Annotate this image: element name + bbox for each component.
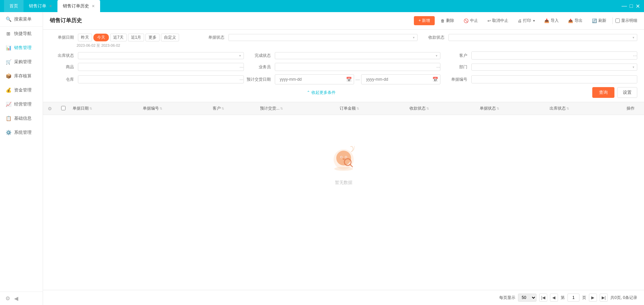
page-last-btn[interactable]: ▶| (600, 294, 608, 302)
date-btn-more[interactable]: 更多 (145, 34, 160, 41)
col-payment-status[interactable]: 收款状态 ⇅ (407, 102, 477, 115)
col-order-status[interactable]: 单据状态 ⇅ (477, 102, 547, 115)
date-btn-yesterday[interactable]: 昨天 (78, 34, 92, 41)
customer-input[interactable] (472, 52, 632, 59)
col-settings[interactable]: ⚙ (43, 102, 56, 115)
top-bar: 首页 销售订单 ✕ 销售订单历史 ✕ — □ ✕ (0, 0, 644, 12)
new-button[interactable]: + 新增 (414, 16, 435, 25)
tab-home[interactable]: 首页 (4, 0, 24, 12)
close-btn[interactable]: ✕ (636, 3, 640, 9)
sidebar-item-inventory[interactable]: 📦 库存核算 (0, 69, 43, 83)
order-status-label: 单据状态 (200, 35, 227, 40)
page-number-input[interactable] (567, 294, 579, 302)
calendar-start-icon[interactable]: 📅 (346, 77, 352, 82)
page-total: 共0页, 0条记录 (610, 295, 637, 301)
svg-point-6 (345, 157, 346, 158)
refresh-button[interactable]: 🔄 刷新 (589, 16, 610, 25)
col-amount[interactable]: 订单金额 ⇅ (337, 102, 407, 115)
refresh-icon: 🔄 (592, 18, 597, 23)
col-stock-out[interactable]: 出库状态 ⇅ (547, 102, 617, 115)
page-size-select[interactable]: 50 10 20 100 (518, 294, 536, 302)
sidebar-search-label: 搜索菜单 (14, 16, 32, 22)
delete-button[interactable]: 🗑 删除 (437, 16, 458, 25)
print-button[interactable]: 🖨 打印 (514, 16, 538, 25)
minimize-btn[interactable]: — (621, 3, 627, 9)
date-btn-7days[interactable]: 近7天 (110, 34, 127, 41)
export-label: 导出 (574, 18, 583, 24)
sidebar-bottom: ⚙ ◀ (0, 292, 43, 305)
sidebar-item-quick-nav[interactable]: ⊞ 快捷导航 (0, 27, 43, 41)
warehouse-label: 仓库 (50, 77, 77, 82)
col-order-status-sort: ⇅ (497, 107, 499, 110)
date-filter-group: 单据日期 昨天 今天 近7天 近1月 更多 自定义 (50, 34, 198, 41)
tab-sales-order[interactable]: 销售订单 ✕ (24, 0, 57, 12)
complete-select[interactable]: ▾ (275, 52, 441, 59)
page-first-btn[interactable]: |◀ (539, 294, 547, 302)
sidebar-item-system[interactable]: ⚙️ 系统管理 (0, 125, 43, 140)
sidebar-item-operations[interactable]: 📈 经营管理 (0, 97, 43, 111)
warehouse-dots[interactable]: ··· (240, 77, 244, 82)
cancel-stop-button[interactable]: ↩ 取消中止 (484, 16, 512, 25)
print-icon: 🖨 (518, 18, 522, 23)
stock-out-select[interactable]: ▾ (78, 52, 244, 59)
tab-sales-order-history[interactable]: 销售订单历史 ✕ (57, 0, 100, 12)
dept-label: 部门 (443, 64, 470, 70)
table-gear-icon[interactable]: ⚙ (48, 106, 52, 111)
salesperson-dots[interactable]: ··· (436, 64, 440, 70)
col-ops-label: 操作 (627, 106, 635, 111)
payment-status-select[interactable]: ▾ (448, 34, 638, 41)
sidebar-item-purchase-mgmt[interactable]: 🛒 采购管理 (0, 55, 43, 69)
col-order-no[interactable]: 单据编号 ⇅ (140, 102, 210, 115)
col-amount-label: 订单金额 (340, 106, 356, 111)
sidebar-item-sales-mgmt[interactable]: 📊 销售管理 (0, 41, 43, 55)
select-all-checkbox[interactable] (61, 106, 66, 110)
date-btn-custom[interactable]: 自定义 (161, 34, 179, 41)
page-next-btn[interactable]: ▶ (589, 294, 597, 302)
delivery-date-end-input[interactable] (363, 76, 432, 83)
salesperson-input[interactable] (275, 63, 435, 71)
order-status-select[interactable]: ▾ (228, 34, 418, 41)
calendar-end-icon[interactable]: 📅 (432, 77, 438, 82)
product-input[interactable] (78, 63, 238, 71)
col-stock-out-label: 出库状态 (550, 106, 566, 111)
col-checkbox[interactable] (56, 102, 70, 115)
query-button[interactable]: 查询 (592, 87, 614, 98)
col-payment-status-sort: ⇅ (426, 107, 429, 110)
product-dots[interactable]: ··· (240, 64, 244, 70)
maximize-btn[interactable]: □ (630, 3, 633, 9)
tab-sales-order-close[interactable]: ✕ (49, 4, 52, 8)
salesperson-label: 业务员 (247, 64, 273, 70)
page-prev-btn[interactable]: ◀ (550, 294, 558, 302)
tab-sales-order-history-close[interactable]: ✕ (92, 4, 95, 8)
import-button[interactable]: 📥 导入 (541, 16, 562, 25)
customer-dots[interactable]: ··· (633, 53, 637, 58)
delivery-date-start-input[interactable] (277, 76, 346, 83)
col-delivery[interactable]: 预计交货... ⇅ (257, 102, 337, 115)
sidebar-item-finance[interactable]: 💰 资金管理 (0, 83, 43, 97)
delivery-date-label: 预计交货日期 (247, 77, 273, 82)
dept-select[interactable]: ▾ (471, 64, 637, 71)
sidebar-item-finance-label: 资金管理 (14, 87, 32, 93)
window-controls: — □ ✕ (621, 3, 640, 9)
date-btn-today[interactable]: 今天 (93, 34, 109, 41)
collapse-bar[interactable]: ⌃ 收起更多条件 (50, 90, 592, 96)
sidebar-item-base-info[interactable]: 📋 基础信息 (0, 111, 43, 125)
date-range-text: 2023-06-02 至 2023-06-02 (77, 43, 120, 47)
col-date[interactable]: 单据日期 ⇅ (70, 102, 140, 115)
warehouse-input[interactable] (78, 76, 238, 83)
show-detail-label: 显示明细 (621, 18, 637, 24)
stop-button[interactable]: 🚫 中止 (460, 16, 481, 25)
col-amount-sort: ⇅ (356, 107, 359, 110)
export-button[interactable]: 📤 导出 (565, 16, 586, 25)
customer-input-group: ··· (471, 51, 637, 60)
date-btn-1month[interactable]: 近1月 (128, 34, 144, 41)
date-label: 单据日期 (50, 35, 77, 40)
order-no-input[interactable] (472, 76, 637, 83)
col-customer[interactable]: 客户 ⇅ (210, 102, 257, 115)
settings-button[interactable]: 设置 (617, 87, 637, 98)
show-detail-checkbox[interactable]: 显示明细 (615, 18, 637, 24)
show-detail-input[interactable] (615, 18, 620, 23)
sidebar-search[interactable]: 🔍 搜索菜单 (0, 12, 43, 27)
sidebar-collapse-icon[interactable]: ◀ (14, 295, 18, 302)
sidebar-settings-icon[interactable]: ⚙ (5, 295, 10, 302)
